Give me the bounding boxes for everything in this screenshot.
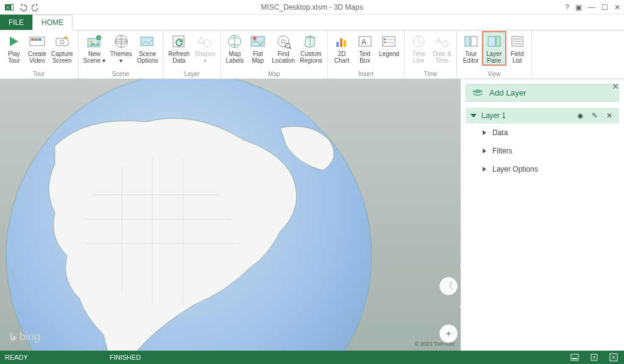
svg-line-25 (289, 47, 291, 49)
new-scene-button[interactable]: +New Scene ▾ (81, 32, 108, 65)
status-icon-2[interactable] (589, 352, 600, 363)
delete-layer-icon[interactable]: ✕ (604, 111, 614, 120)
find-location-button[interactable]: Find Location (269, 32, 297, 65)
close-pane-button[interactable]: ✕ (612, 82, 619, 91)
custom-regions-button[interactable]: Custom Regions (297, 32, 325, 65)
legend-icon (380, 33, 397, 50)
svg-point-38 (442, 41, 448, 47)
svg-text:A: A (361, 38, 366, 46)
expand-icon (483, 130, 486, 135)
flat-map-button[interactable]: Flat Map (246, 32, 269, 65)
ribbon-group-label: Time (407, 70, 454, 79)
ribbon-item-label: Find Location (272, 51, 295, 64)
ribbon-group-label: Tour (2, 70, 76, 79)
ribbon-item-label: Legend (379, 51, 399, 58)
ribbon-group-tour: Play TourCreate VideoCapture ScreenTour (0, 30, 79, 79)
svg-rect-5 (35, 38, 38, 41)
rename-icon[interactable]: ✎ (590, 111, 600, 120)
ribbon-tabs: FILE HOME (0, 15, 624, 30)
section-data[interactable]: Data (466, 124, 619, 142)
ribbon-item-label: Scene Options (137, 51, 158, 64)
close-button[interactable]: ✕ (614, 3, 620, 12)
collapse-icon (470, 114, 477, 117)
time-line-icon (410, 33, 427, 50)
ribbon-item-label: Custom Regions (300, 51, 322, 64)
svg-rect-33 (384, 41, 386, 43)
date-time-icon: A (433, 33, 450, 50)
svg-point-24 (285, 43, 290, 48)
capture-screen-button[interactable]: Capture Screen (49, 32, 76, 65)
svg-text:A: A (436, 37, 441, 45)
section-filters[interactable]: Filters (466, 142, 619, 160)
2d-chart-icon (333, 33, 350, 50)
ribbon-item-label: Themes ▾ (110, 51, 132, 64)
ribbon-item-label: Map Labels (226, 51, 244, 64)
ribbon-group-view: Tour EditorLayer PaneField ListView (457, 30, 532, 79)
legend-button[interactable]: Legend (377, 32, 402, 59)
add-layer-button[interactable]: Add Layer (466, 84, 619, 102)
svg-rect-54 (571, 354, 578, 360)
status-icon-3[interactable] (608, 352, 619, 363)
svg-rect-16 (141, 37, 153, 46)
field-list-button[interactable]: Field List (506, 32, 529, 65)
help-button[interactable]: ? (565, 3, 569, 12)
tab-home[interactable]: HOME (32, 15, 73, 30)
tab-file[interactable]: FILE (0, 15, 32, 30)
add-layer-label: Add Layer (489, 88, 526, 97)
zoom-in-button[interactable]: ＋ (439, 324, 458, 343)
status-bar: READY FINISHED (0, 351, 624, 364)
maximize-button[interactable]: ☐ (601, 3, 608, 12)
map-labels-icon (226, 33, 243, 50)
ribbon-item-label: Date & Time (433, 51, 452, 64)
rotate-left-button[interactable]: 〈 (439, 276, 458, 296)
svg-rect-55 (572, 358, 577, 359)
ribbon-item-label: Play Tour (8, 51, 20, 64)
map-labels-button[interactable]: Map Labels (223, 32, 246, 65)
ribbon-group-label: Map (223, 70, 325, 79)
status-icon-1[interactable] (569, 352, 580, 363)
svg-rect-41 (488, 37, 495, 46)
ribbon-group-scene: +New Scene ▾Themes ▾Scene OptionsScene (79, 30, 164, 79)
svg-rect-42 (496, 37, 500, 46)
create-video-icon (29, 33, 46, 50)
layer-pane-button[interactable]: Layer Pane (483, 32, 506, 65)
section-layer-options[interactable]: Layer Options (466, 160, 619, 178)
refresh-data-button[interactable]: Refresh Data (166, 32, 192, 65)
ribbon-item-label: Refresh Data (168, 51, 190, 64)
svg-rect-4 (31, 38, 34, 41)
ribbon-item-label: Time Line (412, 51, 425, 64)
svg-point-23 (282, 40, 285, 43)
ribbon-group-label: Insert (330, 70, 402, 79)
layer-header[interactable]: Layer 1 ◉ ✎ ✕ (466, 108, 619, 124)
svg-point-11 (90, 40, 93, 43)
svg-rect-39 (465, 37, 470, 46)
tour-editor-button[interactable]: Tour Editor (459, 32, 483, 65)
map-globe-view[interactable]: bing © 2023 TomTom ∧ 〈 〉 ∨ ＋ － (0, 79, 461, 351)
ribbon-item-label: 2D Chart (335, 51, 349, 64)
minimize-button[interactable]: — (588, 3, 595, 12)
ribbon: Play TourCreate VideoCapture ScreenTour+… (0, 30, 624, 79)
expand-icon (483, 149, 486, 153)
svg-rect-32 (384, 38, 386, 40)
2d-chart-button[interactable]: 2D Chart (330, 32, 353, 65)
scene-options-icon (139, 33, 156, 50)
ribbon-item-label: Flat Map (252, 51, 264, 64)
svg-rect-40 (471, 37, 477, 46)
visibility-icon[interactable]: ◉ (575, 111, 585, 120)
play-tour-button[interactable]: Play Tour (2, 32, 26, 65)
text-box-button[interactable]: AText Box (353, 32, 377, 65)
scene-options-button[interactable]: Scene Options (135, 32, 160, 65)
ribbon-item-label: Layer Pane (486, 51, 502, 64)
ribbon-item-label: Tour Editor (463, 51, 479, 64)
ribbon-item-label: Field List (511, 51, 524, 64)
section-label: Layer Options (492, 165, 538, 173)
window-title: MISC_Desktop.xlsm - 3D Maps (0, 3, 624, 12)
text-box-icon: A (356, 33, 374, 50)
svg-rect-28 (344, 40, 346, 47)
themes-button[interactable]: Themes ▾ (108, 32, 135, 65)
title-bar: X MISC_Desktop.xlsm - 3D Maps ? ▣ — ☐ ✕ (0, 0, 624, 15)
create-video-button[interactable]: Create Video (26, 32, 49, 65)
ribbon-options-button[interactable]: ▣ (575, 3, 582, 12)
ribbon-group-insert: 2D ChartAText BoxLegendInsert (328, 30, 405, 79)
svg-rect-6 (38, 38, 41, 41)
